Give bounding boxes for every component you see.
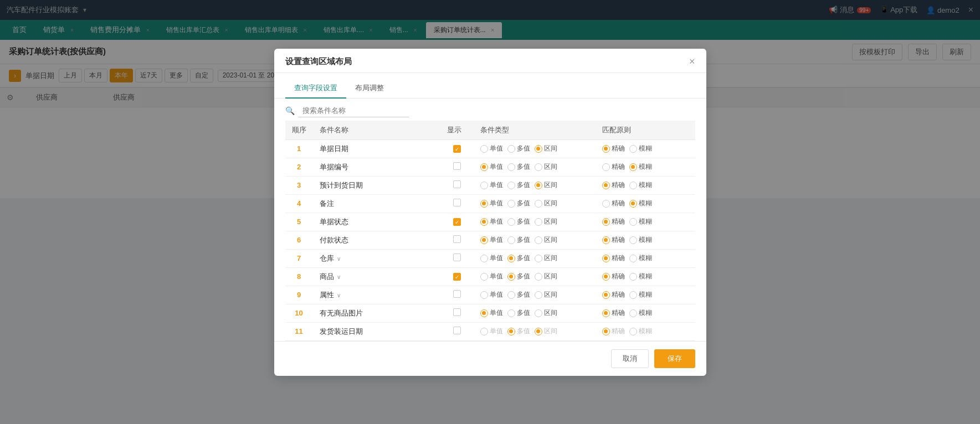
row-type-cell: 单值 多值 区间 <box>474 194 596 198</box>
col-header-order: 顺序 <box>285 121 313 140</box>
row-match-cell: 精确 模糊 <box>596 139 695 158</box>
row-type-cell: 单值 多值 区间 <box>474 176 596 194</box>
type-multi-option[interactable]: 多值 <box>507 180 530 190</box>
match-fuzzy-option[interactable]: 模糊 <box>629 162 652 172</box>
row-condition-name: 单据日期 <box>313 139 440 158</box>
show-checkbox[interactable] <box>453 162 461 170</box>
col-header-type: 条件类型 <box>474 121 596 140</box>
type-range-option[interactable]: 区间 <box>535 162 557 172</box>
match-exact-option[interactable]: 精确 <box>602 180 625 190</box>
table-row: 4备注 单值 多值 区间 精确 模糊 <box>285 194 695 198</box>
col-header-match: 匹配原则 <box>596 121 695 140</box>
show-checkbox[interactable] <box>453 180 461 188</box>
match-exact-option[interactable]: 精确 <box>602 162 625 172</box>
col-header-name: 条件名称 <box>313 121 440 140</box>
row-match-cell: 精确 模糊 <box>596 194 695 198</box>
row-show-checkbox-cell <box>440 158 474 176</box>
type-single-option[interactable]: 单值 <box>480 144 503 153</box>
row-show-checkbox-cell: ✓ <box>440 139 474 158</box>
modal-overlay: 设置查询区域布局 × 查询字段设置 布局调整 🔍 顺序 条件名称 显示 条件类型 <box>0 0 980 198</box>
type-range-option[interactable]: 区间 <box>535 144 557 153</box>
dialog-tabs: 查询字段设置 布局调整 <box>274 73 706 99</box>
dialog-table-area: 顺序 条件名称 显示 条件类型 匹配原则 1单据日期✓ 单值 多值 区间 精确 … <box>285 121 695 199</box>
radio-fuzzy-icon <box>629 182 637 189</box>
radio-single-icon <box>480 182 488 189</box>
match-exact-option[interactable]: 精确 <box>602 144 625 153</box>
row-type-cell: 单值 多值 区间 <box>474 139 596 158</box>
table-header-row: 顺序 条件名称 显示 条件类型 匹配原则 <box>285 121 695 140</box>
table-row: 3预计到货日期 单值 多值 区间 精确 模糊 <box>285 176 695 194</box>
dialog-header: 设置查询区域布局 × <box>274 49 706 73</box>
row-condition-name: 备注 <box>313 194 440 198</box>
radio-single-icon <box>480 145 488 153</box>
table-row: 2单据编号 单值 多值 区间 精确 模糊 <box>285 158 695 176</box>
radio-exact-icon <box>602 182 610 189</box>
order-number: 2 <box>297 163 301 171</box>
conditions-table: 顺序 条件名称 显示 条件类型 匹配原则 1单据日期✓ 单值 多值 区间 精确 … <box>285 121 695 199</box>
radio-range-icon <box>535 145 542 153</box>
dialog-close-button[interactable]: × <box>689 56 695 66</box>
col-header-show: 显示 <box>440 121 474 140</box>
row-condition-name: 单据编号 <box>313 158 440 176</box>
type-multi-option[interactable]: 多值 <box>507 144 530 153</box>
dialog-title: 设置查询区域布局 <box>285 56 352 67</box>
row-match-cell: 精确 模糊 <box>596 158 695 176</box>
row-order: 3 <box>285 176 313 194</box>
show-checkbox[interactable]: ✓ <box>453 145 461 153</box>
row-show-checkbox-cell <box>440 176 474 194</box>
row-condition-name: 预计到货日期 <box>313 176 440 194</box>
radio-exact-icon <box>602 163 610 171</box>
row-order: 2 <box>285 158 313 176</box>
match-fuzzy-option[interactable]: 模糊 <box>629 180 652 190</box>
type-single-option[interactable]: 单值 <box>480 180 503 190</box>
type-single-option[interactable]: 单值 <box>480 162 503 172</box>
match-fuzzy-option[interactable]: 模糊 <box>629 144 652 153</box>
radio-multi-icon <box>507 163 515 171</box>
settings-dialog: 设置查询区域布局 × 查询字段设置 布局调整 🔍 顺序 条件名称 显示 条件类型 <box>274 49 706 199</box>
type-multi-option[interactable]: 多值 <box>507 162 530 172</box>
order-number: 1 <box>297 144 301 153</box>
radio-single-icon <box>480 163 488 171</box>
radio-range-icon <box>535 163 542 171</box>
radio-range-icon <box>535 182 542 189</box>
radio-fuzzy-icon <box>629 145 637 153</box>
radio-multi-icon <box>507 182 515 189</box>
radio-fuzzy-icon <box>629 163 637 171</box>
tab-query-fields[interactable]: 查询字段设置 <box>285 79 346 99</box>
dialog-search-area: 🔍 <box>274 99 706 121</box>
order-number: 3 <box>297 181 301 189</box>
type-range-option[interactable]: 区间 <box>535 180 557 190</box>
radio-exact-icon <box>602 145 610 153</box>
table-row: 1单据日期✓ 单值 多值 区间 精确 模糊 <box>285 139 695 158</box>
row-type-cell: 单值 多值 区间 <box>474 158 596 176</box>
tab-layout-adjust[interactable]: 布局调整 <box>346 79 393 99</box>
row-order: 1 <box>285 139 313 158</box>
condition-search-input[interactable] <box>298 104 409 117</box>
radio-multi-icon <box>507 145 515 153</box>
row-match-cell: 精确 模糊 <box>596 176 695 194</box>
search-icon: 🔍 <box>285 106 295 115</box>
row-order: 4 <box>285 194 313 198</box>
row-show-checkbox-cell <box>440 194 474 198</box>
